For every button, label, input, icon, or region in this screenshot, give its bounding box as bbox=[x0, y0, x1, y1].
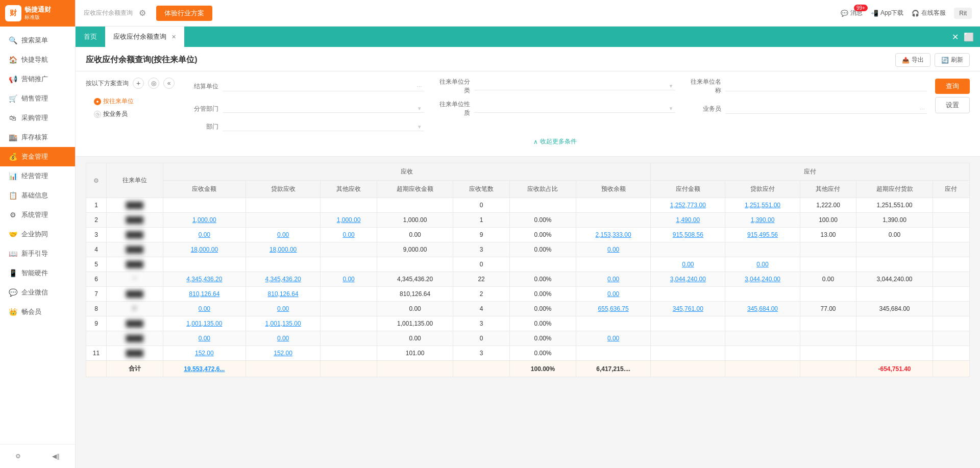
logo-text: 畅捷通财 标准版 bbox=[24, 6, 51, 21]
department-select[interactable]: ▼ bbox=[223, 123, 424, 131]
filter-add-button[interactable]: + bbox=[133, 78, 144, 89]
page-header: 应收应付余额查询(按往来单位) 📤 导出 🔄 刷新 bbox=[76, 47, 980, 71]
table-row: 8P0.000.000.0040.00%655,636.75345,761.00… bbox=[86, 302, 970, 316]
sidebar-item-quick[interactable]: 🏠 快捷导航 bbox=[0, 50, 75, 69]
scheme-by-staff[interactable]: ◷ 按业务员 bbox=[90, 108, 175, 120]
user-info[interactable]: Rit bbox=[954, 8, 972, 19]
table-row: 6^4,345,436.204,345,436.200.004,345,436.… bbox=[86, 272, 970, 287]
partner-name-input[interactable] bbox=[727, 83, 925, 90]
message-icon: 💬 bbox=[841, 10, 848, 17]
tabbar: 首页 应收应付余额查询 ✕ ✕ ⬜ bbox=[76, 27, 980, 47]
gear-icon[interactable]: ⚙ bbox=[139, 8, 146, 18]
footer-payable-total: -654,751.40 bbox=[856, 361, 933, 377]
topbar: 应收应付余额查询 ⚙ 体验行业方案 💬 消息 99+ 📲 App下载 🎧 在线客… bbox=[76, 0, 980, 27]
messages-button[interactable]: 💬 消息 99+ bbox=[841, 9, 863, 17]
partner-category-select[interactable]: ▼ bbox=[474, 82, 676, 90]
maximize-icon[interactable]: ⬜ bbox=[964, 32, 974, 42]
sidebar-item-search[interactable]: 🔍 搜索菜单 bbox=[0, 31, 75, 50]
partner-nature-select[interactable]: ▼ bbox=[474, 105, 676, 113]
footer-label: 合计 bbox=[107, 361, 163, 377]
sidebar-item-guide[interactable]: 📖 新手引导 bbox=[0, 244, 75, 263]
close-window-icon[interactable]: ✕ bbox=[952, 32, 959, 42]
sidebar-item-basic[interactable]: 📋 基础信息 bbox=[0, 186, 75, 205]
scheme-by-partner[interactable]: ● 按往来单位 bbox=[90, 95, 175, 108]
sidebar-item-system[interactable]: ⚙ 系统管理 bbox=[0, 205, 75, 225]
export-button[interactable]: 📤 导出 bbox=[895, 53, 930, 67]
data-table: ⚙ 往来单位 应收 应付 应收金额 贷款应收 其他应收 超期应收金额 应收笔数 … bbox=[86, 163, 970, 377]
dept-manager-select[interactable]: ▼ bbox=[223, 105, 424, 113]
inventory-icon: 🏬 bbox=[8, 133, 17, 141]
th-settings: ⚙ bbox=[86, 163, 107, 198]
filter-settings-button[interactable]: 设置 bbox=[935, 97, 970, 113]
sidebar-item-inventory[interactable]: 🏬 库存核算 bbox=[0, 128, 75, 147]
export-icon: 📤 bbox=[902, 57, 910, 64]
chevron-down-icon-4: ▼ bbox=[417, 124, 422, 130]
operations-icon: 📊 bbox=[8, 172, 17, 180]
sidebar: 财 畅捷通财 标准版 🔍 搜索菜单 🏠 快捷导航 📢 营销推广 🛒 销售管理 🛍… bbox=[0, 0, 76, 468]
collapse-more-button[interactable]: ∧ 收起更多条件 bbox=[183, 133, 927, 150]
table-footer-row: 合计 19,553,472,6... 100.00% 6,417,215....… bbox=[86, 361, 970, 377]
sidebar-item-marketing[interactable]: 📢 营销推广 bbox=[0, 69, 75, 89]
sidebar-logo: 财 畅捷通财 标准版 bbox=[0, 0, 75, 27]
settlement-unit-dots[interactable]: ··· bbox=[417, 83, 422, 90]
th-loan-payable: 贷款应付 bbox=[725, 181, 800, 198]
sidebar-item-vip[interactable]: 👑 畅会员 bbox=[0, 302, 75, 322]
sidebar-item-operations[interactable]: 📊 经营管理 bbox=[0, 166, 75, 186]
marketing-icon: 📢 bbox=[8, 75, 17, 83]
footer-receivable-total[interactable]: 19,553,472,6... bbox=[163, 361, 246, 377]
page-content: 应收应付余额查询(按往来单位) 📤 导出 🔄 刷新 按以下方案查询 bbox=[76, 47, 980, 468]
table-row: 3████0.000.000.000.0090.00%2,153,333.009… bbox=[86, 228, 970, 242]
sidebar-item-purchase[interactable]: 🛍 采购管理 bbox=[0, 108, 75, 128]
chevron-down-icon-3: ▼ bbox=[668, 106, 673, 111]
tab-close-icon[interactable]: ✕ bbox=[172, 34, 176, 40]
service-icon: 🎧 bbox=[912, 10, 919, 17]
sidebar-settings-btn[interactable]: ⚙ bbox=[12, 450, 24, 463]
scheme-staff-icon: ◷ bbox=[94, 111, 101, 118]
table-row: 9████1,001,135.001,001,135.001,001,135.0… bbox=[86, 316, 970, 331]
table-row: 11████152.00152.00101.0030.00% bbox=[86, 346, 970, 361]
app-download-button[interactable]: 📲 App下载 bbox=[871, 9, 903, 17]
th-overdue-receivable: 超期应收金额 bbox=[377, 181, 453, 198]
th-receivable-count: 应收笔数 bbox=[453, 181, 510, 198]
home-icon: 🏠 bbox=[8, 56, 17, 64]
th-group-receivable: 应收 bbox=[163, 163, 650, 181]
purchase-icon: 🛍 bbox=[8, 114, 17, 122]
sidebar-item-collab[interactable]: 🤝 企业协同 bbox=[0, 225, 75, 244]
main-area: 应收应付余额查询 ⚙ 体验行业方案 💬 消息 99+ 📲 App下载 🎧 在线客… bbox=[76, 0, 980, 468]
page-actions: 📤 导出 🔄 刷新 bbox=[895, 53, 970, 67]
filter-scheme-panel: 按以下方案查询 + ◎ « ● 按往来单位 bbox=[86, 78, 175, 120]
refresh-button[interactable]: 🔄 刷新 bbox=[935, 53, 970, 67]
filter-collapse-button[interactable]: « bbox=[163, 78, 175, 89]
table-row: ████0.000.000.0000.00%0.00 bbox=[86, 331, 970, 346]
sidebar-item-wechat[interactable]: 💬 企业微信 bbox=[0, 283, 75, 302]
sidebar-collapse-btn[interactable]: ◀‖ bbox=[49, 450, 63, 463]
topbar-right: 💬 消息 99+ 📲 App下载 🎧 在线客服 Rit bbox=[841, 8, 972, 19]
filter-settlement-unit: 结算单位 ··· bbox=[183, 78, 424, 95]
filter-partner-category: 往来单位分类 ▼ bbox=[434, 78, 676, 95]
sidebar-bottom: ⚙ ◀‖ bbox=[0, 444, 75, 468]
collab-icon: 🤝 bbox=[8, 230, 17, 238]
filter-department: 部门 ▼ bbox=[183, 122, 424, 131]
table-settings-icon[interactable]: ⚙ bbox=[93, 177, 99, 184]
filter-setting-button[interactable]: ◎ bbox=[148, 78, 159, 89]
guide-icon: 📖 bbox=[8, 250, 17, 258]
tab-query[interactable]: 应收应付余额查询 ✕ bbox=[105, 27, 184, 47]
sidebar-item-finance[interactable]: 💰 资金管理 bbox=[0, 147, 75, 166]
hardware-icon: 📱 bbox=[8, 269, 17, 277]
th-prepayment: 预收余额 bbox=[576, 181, 651, 198]
table-row: 5████00.000.00 bbox=[86, 257, 970, 272]
settlement-unit-input[interactable] bbox=[225, 83, 417, 90]
th-other-receivable: 其他应收 bbox=[321, 181, 377, 198]
query-button[interactable]: 查询 bbox=[935, 79, 970, 94]
solution-button[interactable]: 体验行业方案 bbox=[156, 6, 212, 21]
basic-icon: 📋 bbox=[8, 191, 17, 200]
footer-ratio-total: 100.00% bbox=[509, 361, 576, 377]
tab-home[interactable]: 首页 bbox=[76, 27, 105, 47]
sidebar-item-sales[interactable]: 🛒 销售管理 bbox=[0, 89, 75, 108]
salesperson-input[interactable] bbox=[727, 105, 920, 112]
sidebar-item-hardware[interactable]: 📱 智能硬件 bbox=[0, 263, 75, 283]
system-icon: ⚙ bbox=[8, 211, 17, 219]
vip-icon: 👑 bbox=[8, 308, 17, 316]
online-service-button[interactable]: 🎧 在线客服 bbox=[912, 9, 946, 17]
salesperson-dots[interactable]: ··· bbox=[920, 105, 925, 112]
